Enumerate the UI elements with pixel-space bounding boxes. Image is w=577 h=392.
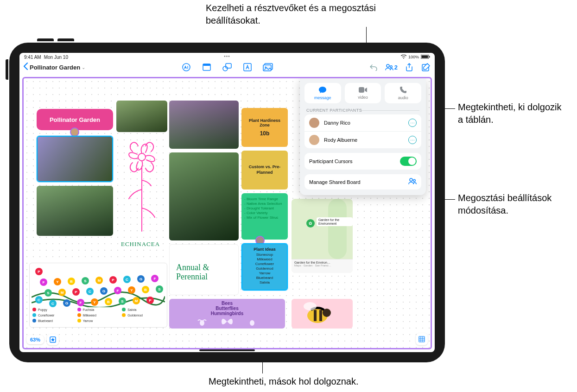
text-tool-icon[interactable] bbox=[242, 62, 253, 72]
legend-item: Poppy bbox=[32, 307, 75, 312]
legend-dot: P bbox=[72, 288, 80, 296]
more-icon[interactable]: ⋯ bbox=[408, 119, 417, 127]
legend-dot: M bbox=[58, 289, 66, 296]
shape-tool-icon[interactable] bbox=[222, 62, 232, 72]
photo-card[interactable] bbox=[169, 152, 239, 240]
handwriting-label: Annual & Perennial bbox=[176, 263, 238, 282]
undo-button[interactable] bbox=[368, 62, 379, 72]
photo-card[interactable] bbox=[37, 186, 113, 236]
legend-dot: P bbox=[146, 297, 154, 304]
participant-cursor-avatar bbox=[70, 127, 79, 137]
draw-tool-icon[interactable] bbox=[181, 62, 191, 72]
chevron-down-icon[interactable]: ⌄ bbox=[82, 65, 85, 70]
participant-row[interactable]: Danny Rico⋯ bbox=[304, 114, 421, 131]
svg-point-22 bbox=[304, 302, 317, 310]
svg-point-16 bbox=[200, 320, 204, 326]
text-card[interactable]: Annual & Perennial bbox=[169, 244, 239, 295]
legend-dot: F bbox=[114, 287, 121, 294]
collaborate-icon bbox=[408, 178, 417, 186]
svg-rect-1 bbox=[422, 55, 428, 58]
svg-point-3 bbox=[183, 63, 190, 71]
photo-card[interactable] bbox=[169, 101, 239, 149]
sticky-note[interactable]: Custom vs. Pre-Planned bbox=[241, 151, 288, 190]
list-item: Milkweed bbox=[245, 257, 284, 262]
list-item: Bloom Time Range bbox=[244, 197, 285, 202]
legend-dot: S bbox=[82, 277, 89, 285]
callout-right-1: Megtekintheti, ki dolgozik a táblán. bbox=[458, 101, 564, 126]
sticky-note-tool-icon[interactable] bbox=[202, 62, 212, 72]
row-label: Manage Shared Board bbox=[309, 179, 361, 185]
list-item: Salvia bbox=[245, 280, 284, 285]
collaborate-button[interactable]: 2 bbox=[385, 63, 398, 71]
sticky-note[interactable]: Plant Hardiness Zone 10b bbox=[241, 108, 288, 147]
board-canvas[interactable]: Pollinator Garden bbox=[22, 77, 432, 349]
participant-name: Rody Albuerne bbox=[324, 137, 357, 143]
share-button[interactable] bbox=[404, 62, 414, 72]
status-time: 9:41 AM bbox=[24, 55, 41, 60]
avatar bbox=[309, 135, 319, 145]
svg-rect-6 bbox=[226, 63, 231, 68]
sticky-note-selected[interactable]: Plant Ideas StonecropMilkweedConeflowerG… bbox=[241, 243, 288, 291]
manage-shared-board-row[interactable]: Manage Shared Board bbox=[304, 174, 421, 190]
row-label: Participant Cursors bbox=[309, 158, 353, 164]
svg-point-13 bbox=[390, 66, 392, 68]
video-button[interactable]: video bbox=[345, 83, 381, 103]
legend-item: Salvia bbox=[122, 307, 164, 312]
media-tool-icon[interactable] bbox=[263, 62, 273, 72]
photo-card-selected[interactable] bbox=[37, 136, 113, 182]
list-item: Yarrow bbox=[245, 271, 284, 276]
multitasking-dots-icon[interactable]: ••• bbox=[224, 54, 230, 59]
svg-point-12 bbox=[387, 64, 389, 67]
photo-card[interactable] bbox=[116, 101, 167, 132]
legend-dot: M bbox=[133, 297, 140, 304]
new-board-button[interactable] bbox=[421, 62, 431, 72]
favorites-chip[interactable] bbox=[47, 334, 59, 345]
participant-row[interactable]: Rody Albuerne⋯ bbox=[304, 131, 421, 148]
drawing[interactable] bbox=[116, 134, 167, 240]
legend-dot: F bbox=[40, 278, 47, 286]
photo-card[interactable] bbox=[292, 299, 353, 329]
home-indicator[interactable] bbox=[199, 349, 255, 351]
legend-item: Goldenrod bbox=[122, 312, 164, 318]
list-item: Mix of Flower Struc bbox=[244, 215, 285, 220]
audio-button[interactable]: audio bbox=[385, 83, 421, 103]
minimap-button[interactable] bbox=[416, 333, 428, 345]
participant-name: Danny Rico bbox=[324, 120, 350, 126]
map-body bbox=[292, 199, 353, 259]
legend-dot: G bbox=[137, 275, 145, 283]
toggle-switch[interactable] bbox=[400, 157, 417, 166]
message-button[interactable]: message bbox=[304, 83, 341, 103]
collaboration-popover: message video audio CU bbox=[300, 78, 426, 195]
list-item: Native Area Selection bbox=[244, 202, 285, 206]
map-pin-label: Garden for the Environment bbox=[317, 217, 353, 226]
map-card[interactable]: ✿ Garden for the Environment Garden for … bbox=[292, 199, 353, 273]
swatch-icon bbox=[122, 313, 126, 317]
zoom-chip[interactable]: 63% bbox=[26, 335, 44, 344]
board-title[interactable]: Pollinator Garden bbox=[30, 64, 80, 71]
participant-cursors-row[interactable]: Participant Cursors bbox=[304, 153, 421, 170]
battery-label: 100% bbox=[408, 55, 419, 59]
callout-right-2: Megosztási beállítások módosítása. bbox=[458, 192, 564, 217]
collab-count: 2 bbox=[394, 64, 398, 71]
device-button bbox=[57, 38, 74, 41]
sticky-note[interactable]: BeesButterfliesHummingbirds bbox=[169, 299, 285, 329]
legend-dot: F bbox=[77, 299, 84, 306]
legend-dot: C bbox=[35, 296, 43, 303]
map-pin-icon: ✿ bbox=[306, 219, 315, 228]
svg-point-7 bbox=[223, 66, 228, 71]
legend-dot: M bbox=[95, 277, 103, 284]
toolbar-tools bbox=[181, 62, 273, 72]
swatch-icon bbox=[77, 313, 81, 317]
sticky-note[interactable]: Bloom Time RangeNative Area SelectionDro… bbox=[241, 193, 288, 240]
legend-dot: C bbox=[86, 288, 94, 295]
legend-dot: Y bbox=[54, 278, 61, 285]
list-item: Bluebeard bbox=[245, 276, 284, 280]
battery-icon bbox=[421, 55, 430, 60]
participants-list: Danny Rico⋯Rody Albuerne⋯ bbox=[304, 114, 421, 148]
toolbar: Pollinator Garden ⌄ bbox=[19, 60, 435, 75]
device-button bbox=[6, 59, 8, 80]
legend-card[interactable]: PFSCYMGBPFSCYMGBPFSCYMGBPFSC PoppyFuchsi… bbox=[29, 263, 167, 328]
more-icon[interactable]: ⋯ bbox=[408, 136, 417, 144]
back-button[interactable] bbox=[23, 63, 28, 72]
callout-top: Kezelheti a résztvevőket és a megosztási… bbox=[206, 2, 382, 27]
